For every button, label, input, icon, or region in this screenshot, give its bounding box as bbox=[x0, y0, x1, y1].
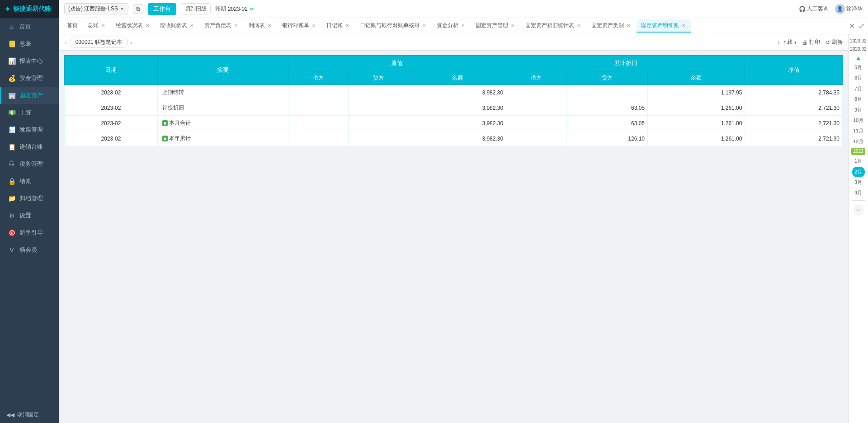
sidebar-nav: ⌂ 首页 📒 总账 📊 报表中心 💰 资金管理 🏢 固定资产 💵 工资 🧾 发票… bbox=[0, 18, 59, 406]
tab-close-icon[interactable]: ✕ bbox=[233, 23, 239, 28]
tabbar: 首页 总账 ✕ 经营状况表 ✕ 应收账龄表 ✕ 资产负债表 ✕ 利润表 ✕ 银行… bbox=[59, 18, 868, 34]
table-row: 2023-02 ■本月合计 3,982.30 63.05 1,261.00 2,… bbox=[65, 116, 843, 131]
sidebar-item-invoice[interactable]: 🧾 发票管理 bbox=[0, 121, 59, 138]
tab-home[interactable]: 首页 bbox=[62, 19, 82, 33]
copy-button[interactable]: ⧉ bbox=[133, 4, 143, 14]
home-icon: ⌂ bbox=[8, 23, 16, 30]
month-7[interactable]: 7月 bbox=[849, 84, 868, 94]
sidebar-item-label: 结账 bbox=[19, 177, 31, 185]
sidebar-item-home[interactable]: ⌂ 首页 bbox=[0, 18, 59, 35]
sidebar-item-funds[interactable]: 💰 资金管理 bbox=[0, 70, 59, 87]
cell-net: 2,721.30 bbox=[745, 131, 843, 146]
download-label: 下载 bbox=[782, 38, 793, 46]
right-year-label-2[interactable]: 2023.02 bbox=[849, 45, 868, 53]
right-sidebar: 2023.02 2023.02 ▲ 5月 6月 7月 8月 9月 10月 11月… bbox=[848, 34, 868, 423]
tab-profit[interactable]: 利润表 ✕ bbox=[244, 19, 277, 33]
right-year-label-1[interactable]: 2023.02 bbox=[849, 37, 868, 45]
tab-fixed-detail[interactable]: 固定资产明细账 ✕ bbox=[637, 19, 691, 33]
tab-label: 固定资产类别 bbox=[591, 22, 624, 29]
month-5[interactable]: 5月 bbox=[849, 62, 868, 73]
tab-close-icon[interactable]: ✕ bbox=[189, 23, 194, 28]
month-12[interactable]: 12月 bbox=[849, 136, 868, 147]
tab-business[interactable]: 经营状况表 ✕ bbox=[111, 19, 155, 33]
sidebar-item-archive[interactable]: 📁 归档管理 bbox=[0, 190, 59, 207]
next-asset-button[interactable]: › bbox=[130, 38, 133, 47]
tab-receivable[interactable]: 应收账龄表 ✕ bbox=[156, 19, 199, 33]
tab-close-icon[interactable]: ✕ bbox=[267, 23, 272, 28]
tab-fixed-mgmt[interactable]: 固定资产管理 ✕ bbox=[471, 19, 520, 33]
sidebar-item-sales[interactable]: 📋 进销台账 bbox=[0, 138, 59, 155]
month-3[interactable]: 3月 bbox=[849, 177, 868, 188]
prev-asset-button[interactable]: ‹ bbox=[64, 38, 68, 47]
tab-close-icon[interactable]: ✕ bbox=[421, 23, 427, 28]
maximize-icon[interactable]: ⤢ bbox=[859, 22, 864, 30]
tab-close-icon[interactable]: ✕ bbox=[311, 23, 316, 28]
tab-ledger[interactable]: 总账 ✕ bbox=[83, 19, 110, 33]
month-6[interactable]: 6月 bbox=[849, 73, 868, 83]
tab-fund-analysis[interactable]: 资金分析 ✕ bbox=[432, 19, 470, 33]
tab-close-icon[interactable]: ✕ bbox=[344, 23, 350, 28]
tab-close-icon[interactable]: ✕ bbox=[576, 23, 581, 28]
sidebar-footer-unpin[interactable]: ◀◀ 取消固定 bbox=[0, 406, 59, 423]
col-accumulated: 累计折旧 bbox=[506, 56, 745, 71]
tab-journal[interactable]: 日记账 ✕ bbox=[322, 19, 354, 33]
month-10[interactable]: 10月 bbox=[849, 115, 868, 126]
sidebar-item-member[interactable]: V 畅会员 bbox=[0, 241, 59, 258]
close-all-icon[interactable]: ✕ bbox=[849, 22, 855, 30]
col-acc-debit: 借方 bbox=[506, 71, 567, 85]
tab-close-icon[interactable]: ✕ bbox=[460, 23, 466, 28]
tab-balance[interactable]: 资产负债表 ✕ bbox=[200, 19, 243, 33]
sidebar-item-tax[interactable]: 🏛 税务管理 bbox=[0, 155, 59, 173]
logo-text: 畅捷通易代账 bbox=[13, 5, 51, 13]
sidebar-item-ledger[interactable]: 📒 总账 bbox=[0, 35, 59, 52]
tab-close-icon[interactable]: ✕ bbox=[681, 23, 686, 28]
tab-close-icon[interactable]: ✕ bbox=[100, 23, 106, 28]
circle-action-button[interactable]: ○ bbox=[853, 204, 864, 215]
month-1[interactable]: 1月 bbox=[849, 156, 868, 166]
sidebar-item-payroll[interactable]: 💵 工资 bbox=[0, 104, 59, 121]
up-arrow-icon[interactable]: ▲ bbox=[855, 53, 862, 62]
sidebar-item-closing[interactable]: 🔒 结账 bbox=[0, 173, 59, 190]
cell-acc-debit bbox=[506, 131, 567, 146]
help-button[interactable]: 🎧 人工客询 bbox=[799, 5, 829, 13]
sidebar-item-guide[interactable]: 🎯 新手引导 bbox=[0, 224, 59, 241]
tab-close-icon[interactable]: ✕ bbox=[510, 23, 515, 28]
month-2-active[interactable]: 2月 bbox=[852, 167, 865, 177]
asset-label[interactable]: 000001 联想笔记本 bbox=[70, 37, 128, 48]
fixed-assets-icon: 🏢 bbox=[8, 92, 16, 99]
tab-journal-reconcile[interactable]: 日记账与银行对账单核对 ✕ bbox=[355, 19, 431, 33]
oldver-button[interactable]: 切到旧版 bbox=[181, 3, 211, 14]
cell-orig-credit bbox=[349, 100, 409, 116]
tab-depreciation-stats[interactable]: 固定资产折旧统计表 ✕ bbox=[521, 19, 586, 33]
company-selector[interactable]: (劝告) 江西服垂-LSS ▼ bbox=[64, 3, 128, 14]
sidebar-item-settings[interactable]: ⚙ 设置 bbox=[0, 207, 59, 224]
tab-close-icon[interactable]: ✕ bbox=[626, 23, 631, 28]
download-icon: ↓ bbox=[777, 39, 780, 46]
period-value: 2023-02 bbox=[228, 6, 248, 12]
print-icon: 🖨 bbox=[802, 39, 807, 46]
sidebar-item-label: 设置 bbox=[19, 212, 31, 220]
subnav: ‹ 000001 联想笔记本 › ↓ 下载 ▾ 🖨 打印 ↺ 刷新 bbox=[59, 34, 848, 51]
month-11[interactable]: 11月 bbox=[849, 126, 868, 136]
topbar: (劝告) 江西服垂-LSS ▼ ⧉ 工作台 切到旧版 账期 2023-02 ✏ … bbox=[59, 0, 868, 18]
tab-label: 银行对账单 bbox=[282, 22, 309, 29]
sidebar-item-reports[interactable]: 📊 报表中心 bbox=[0, 52, 59, 70]
sidebar-item-fixed-assets[interactable]: 🏢 固定资产 bbox=[0, 87, 59, 104]
tab-label: 资金分析 bbox=[437, 22, 458, 29]
print-button[interactable]: 🖨 打印 bbox=[802, 38, 820, 46]
tab-bank-statement[interactable]: 银行对账单 ✕ bbox=[278, 19, 321, 33]
col-orig-debit: 借方 bbox=[288, 71, 349, 85]
refresh-button[interactable]: ↺ 刷新 bbox=[826, 38, 843, 46]
user-menu[interactable]: 👤 徐泽华 bbox=[835, 4, 863, 14]
unpin-label: 取消固定 bbox=[17, 411, 39, 418]
month-8[interactable]: 8月 bbox=[849, 94, 868, 104]
download-button[interactable]: ↓ 下载 ▾ bbox=[777, 38, 797, 46]
workbench-button[interactable]: 工作台 bbox=[148, 3, 176, 15]
year-2023-tag[interactable]: 2023 bbox=[851, 148, 865, 155]
month-9[interactable]: 9月 bbox=[849, 105, 868, 115]
tab-close-icon[interactable]: ✕ bbox=[145, 23, 150, 28]
period-edit-icon[interactable]: ✏ bbox=[250, 6, 254, 12]
month-4[interactable]: 4月 bbox=[849, 188, 868, 198]
cell-acc-debit bbox=[506, 100, 567, 116]
tab-fixed-category[interactable]: 固定资产类别 ✕ bbox=[587, 19, 636, 33]
